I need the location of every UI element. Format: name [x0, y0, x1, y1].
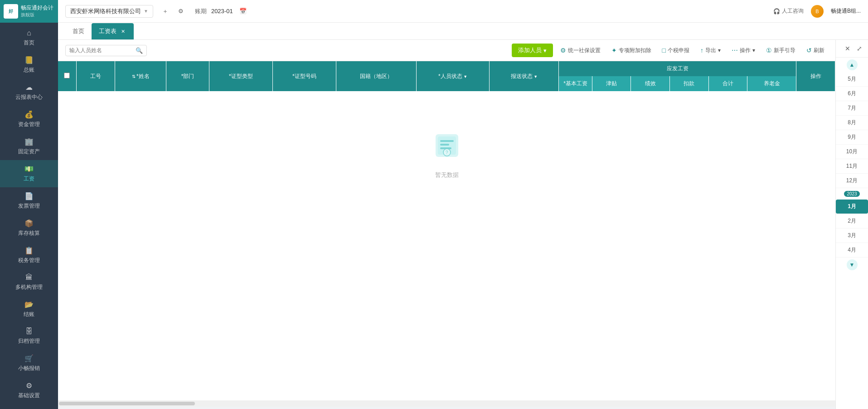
add-company-button[interactable]: ＋ [160, 5, 171, 17]
svg-text:?: ? [446, 150, 448, 155]
guide-button[interactable]: ① 新手引导 [762, 45, 799, 56]
current-year-badge: 2023 [844, 191, 859, 197]
date-item-2[interactable]: 2月 [836, 214, 868, 229]
th-id-num: *证型号码 [272, 61, 336, 91]
date-item-8[interactable]: 8月 [836, 116, 868, 130]
sidebar-item-固定资产[interactable]: 🏢 固定资产 [0, 133, 58, 160]
nav-icon: ⚙ [26, 381, 32, 390]
sidebar-item-结账[interactable]: 📂 结账 [0, 296, 58, 323]
guide-icon: ① [766, 47, 772, 54]
sidebar-item-基础设置[interactable]: ⚙ 基础设置 [0, 377, 58, 404]
logo-icon: 好 [4, 4, 18, 19]
operations-button[interactable]: ⋯ 操作 ▾ [728, 45, 759, 56]
date-down-button[interactable]: ▼ [847, 259, 858, 270]
tab-salary-label: 工资表 [99, 27, 116, 35]
settings-icon[interactable]: ⚙ [175, 5, 187, 17]
refresh-button[interactable]: ↺ 刷新 [803, 45, 828, 56]
th-report-status[interactable]: 报送状态 [490, 61, 559, 91]
sidebar-item-小畅报销[interactable]: 🛒 小畅报销 [0, 350, 58, 377]
search-wrap: 🔍 [65, 45, 147, 56]
sidebar-item-多机构管理[interactable]: 🏛 多机构管理 [0, 269, 58, 296]
tax-report-icon: □ [662, 47, 666, 54]
search-input[interactable] [69, 47, 133, 54]
nav-label: 小畅报销 [18, 365, 40, 372]
search-icon[interactable]: 🔍 [136, 47, 143, 54]
tabs-bar: 首页 工资表 ✕ [58, 23, 868, 40]
app-version: 旗舰版 [21, 12, 53, 18]
nav-label: 结账 [24, 311, 34, 318]
nav-label: 发票管理 [18, 202, 40, 210]
sidebar: 好 畅应通好会计 旗舰版 ⌂ 首页 📒 总账 ☁ 云报表中心 💰 资金管理 🏢 … [0, 0, 58, 409]
sidebar-item-发票管理[interactable]: 📄 发票管理 [0, 187, 58, 214]
nav-label: 归档管理 [18, 337, 40, 345]
date-item-12[interactable]: 12月 [836, 174, 868, 188]
svg-rect-3 [440, 144, 449, 146]
sidebar-item-总账[interactable]: 📒 总账 [0, 51, 58, 78]
sidebar-item-资金管理[interactable]: 💰 资金管理 [0, 106, 58, 133]
nav-label: 总账 [24, 66, 34, 74]
scrollbar-thumb[interactable] [59, 402, 195, 405]
th-name[interactable]: *姓名 [115, 61, 166, 91]
nav-icon: 📒 [24, 56, 34, 64]
add-person-button[interactable]: 添加人员 ▾ [512, 44, 553, 57]
th-deduction: 扣款 [670, 76, 709, 91]
refresh-icon: ↺ [806, 47, 812, 54]
date-item-4[interactable]: 4月 [836, 243, 868, 258]
tab-home[interactable]: 首页 [65, 23, 92, 39]
operations-arrow-icon: ▾ [752, 47, 755, 54]
empty-state: ? 暂无数据 [58, 91, 835, 215]
operations-icon: ⋯ [732, 47, 738, 54]
th-id: 工号 [76, 61, 115, 91]
nav-label: 基础设置 [18, 392, 40, 399]
date-item-6[interactable]: 6月 [836, 87, 868, 101]
social-security-settings-button[interactable]: ⚙ 统一社保设置 [557, 45, 604, 56]
sidebar-item-首页[interactable]: ⌂ 首页 [0, 24, 58, 51]
th-allowance: 津贴 [592, 76, 631, 91]
select-all-checkbox[interactable] [64, 73, 70, 78]
th-dept: *部门 [166, 61, 209, 91]
sidebar-item-税务管理[interactable]: 📋 税务管理 [0, 242, 58, 269]
salary-table: 工号 *姓名 *部门 *证型类型 *证型号码 国籍（地区） *人员状态 报送状态… [58, 61, 835, 91]
horizontal-scrollbar[interactable] [58, 400, 835, 407]
sidebar-item-新手引导[interactable]: 📖 新手引导 [0, 404, 58, 409]
date-up-button[interactable]: ▲ [847, 59, 858, 70]
tab-home-label: 首页 [73, 27, 84, 35]
date-item-3[interactable]: 3月 [836, 229, 868, 243]
service-button[interactable]: 🎧 人工咨询 [773, 7, 804, 15]
company-selector[interactable]: 西安虾米网络科技有限公司 ▼ [65, 5, 153, 18]
th-status[interactable]: *人员状态 [416, 61, 490, 91]
nav-icon: ⌂ [27, 29, 31, 37]
app-header: 西安虾米网络科技有限公司 ▼ ＋ ⚙ 账期 2023-01 📅 🎧 人工咨询 B… [58, 0, 868, 23]
sidebar-item-工资[interactable]: 💵 工资 [0, 160, 58, 187]
date-item-7[interactable]: 7月 [836, 101, 868, 116]
calendar-icon[interactable]: 📅 [239, 8, 247, 15]
special-deduction-button[interactable]: ✦ 专项附加扣除 [608, 45, 655, 56]
date-item-9[interactable]: 9月 [836, 130, 868, 145]
nav-icon: 🏢 [24, 137, 34, 146]
date-item-10[interactable]: 10月 [836, 145, 868, 159]
export-button[interactable]: ↑ 导出 ▾ [697, 45, 724, 56]
expand-panel-button[interactable]: ⤢ [854, 44, 864, 54]
date-item-11[interactable]: 11月 [836, 159, 868, 174]
table-scroll-area: 工号 *姓名 *部门 *证型类型 *证型号码 国籍（地区） *人员状态 报送状态… [58, 61, 835, 407]
export-icon: ↑ [700, 47, 703, 54]
nav-label: 固定资产 [18, 148, 40, 156]
nav-icon: 💵 [24, 165, 34, 173]
app-logo: 好 畅应通好会计 旗舰版 [0, 0, 58, 23]
refresh-label: 刷新 [814, 47, 824, 54]
nav-icon: 🏛 [25, 273, 33, 282]
sidebar-item-归档管理[interactable]: 🗄 归档管理 [0, 323, 58, 350]
nav-label: 工资 [24, 175, 34, 183]
tab-salary[interactable]: 工资表 ✕ [92, 23, 134, 39]
th-nationality: 国籍（地区） [336, 61, 416, 91]
date-item-1-current[interactable]: 1月 [836, 200, 868, 214]
date-item-5[interactable]: 5月 [836, 72, 868, 87]
tax-report-button[interactable]: □ 个税申报 [659, 45, 693, 56]
sidebar-item-云报表中心[interactable]: ☁ 云报表中心 [0, 78, 58, 106]
content-area: 🔍 添加人员 ▾ ⚙ 统一社保设置 ✦ 专项附加扣除 [58, 40, 868, 409]
sidebar-item-库存核算[interactable]: 📦 库存核算 [0, 214, 58, 242]
nav-icon: 🛒 [24, 354, 34, 363]
tab-salary-close-icon[interactable]: ✕ [119, 28, 126, 35]
close-panel-button[interactable]: ✕ [843, 44, 853, 54]
service-label: 人工咨询 [782, 7, 804, 15]
